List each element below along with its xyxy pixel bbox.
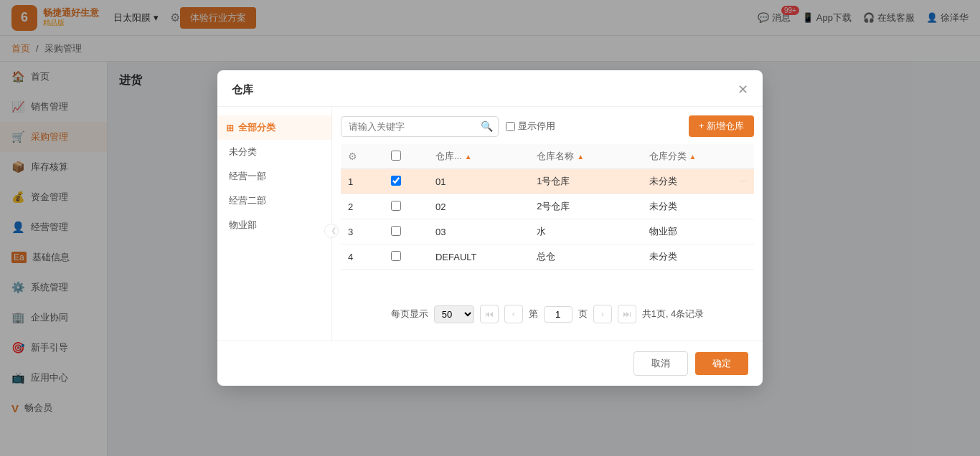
prev-page-btn[interactable]: ‹ [504,305,523,323]
table-row[interactable]: 4 DEFAULT 总仓 未分类 [341,244,754,270]
warehouse-modal: 仓库 ✕ ⊞ 全部分类 未分类 经营一部 经营二部 物业部 《 [217,70,763,386]
modal-close-btn[interactable]: ✕ [738,82,748,98]
first-page-btn[interactable]: ⏮ [480,305,499,323]
search-icon[interactable]: 🔍 [481,120,493,132]
row-checkbox[interactable] [384,169,428,194]
sort-icon-name: ▲ [577,153,584,161]
row-name: 总仓 [529,244,641,270]
per-page-select[interactable]: 102050100 [434,305,474,323]
category-all-label: 全部分类 [238,121,275,134]
show-disabled-check[interactable] [506,122,515,131]
category-panel: ⊞ 全部分类 未分类 经营一部 经营二部 物业部 《 [217,107,332,341]
next-page-btn[interactable]: › [593,305,612,323]
table-row[interactable]: 3 03 水 物业部 [341,219,754,244]
search-wrap: 🔍 [341,116,499,137]
category-collapse-btn[interactable]: 《 [324,224,339,238]
table-row[interactable]: 2 02 2号仓库 未分类 [341,194,754,219]
row-num: 3 [341,219,384,244]
add-warehouse-btn[interactable]: + 新增仓库 [689,115,754,137]
last-page-btn[interactable]: ⏭ [618,305,636,323]
sort-icon-category: ▲ [689,153,697,161]
col-gear: ⚙ [341,144,384,169]
col-code-label: 仓库... [435,150,462,163]
row-num: 1 [341,169,384,194]
category-item-1[interactable]: 经营一部 [217,164,331,189]
select-all-checkbox[interactable] [391,151,401,161]
category-item-label-3: 物业部 [229,219,257,230]
row-code: 01 [428,169,529,194]
row-checkbox[interactable] [384,244,428,270]
row-code: 02 [428,194,529,219]
page-total: 共1页, 4条记录 [642,308,705,320]
row-num: 4 [341,244,384,270]
col-category: 仓库分类 ▲ [642,144,754,169]
row-checkbox[interactable] [384,194,428,219]
show-disabled-checkbox[interactable]: 显示停用 [506,120,555,133]
row-category: 未分类 [642,194,754,219]
row-code: DEFAULT [428,244,529,270]
show-disabled-label-text: 显示停用 [518,120,555,133]
row-category: 未分类 [642,244,754,270]
category-item-3[interactable]: 物业部 [217,213,331,237]
page-suffix: 页 [578,308,588,320]
modal-header: 仓库 ✕ [217,70,763,107]
category-item-label-1: 经营一部 [229,171,266,181]
per-page-label: 每页显示 [391,308,428,320]
table-row[interactable]: 1 01 1号仓库 未分类 ··· [341,169,754,194]
pagination-bar: 每页显示 102050100 ⏮ ‹ 第 页 › ⏭ 共1页, 4条记录 [341,296,754,332]
category-item-2[interactable]: 经营二部 [217,189,331,213]
modal-footer: 取消 确定 [217,341,763,386]
search-input[interactable] [341,116,499,137]
category-item-0[interactable]: 未分类 [217,140,331,164]
row-code: 03 [428,219,529,244]
sort-icon-code: ▲ [465,153,472,161]
confirm-btn[interactable]: 确定 [695,352,748,375]
row-category: 未分类 ··· [642,169,754,194]
category-item-label-2: 经营二部 [229,195,266,206]
modal-body: ⊞ 全部分类 未分类 经营一部 经营二部 物业部 《 🔍 [217,107,763,341]
row-name: 2号仓库 [529,194,641,219]
cancel-btn[interactable]: 取消 [633,351,688,376]
row-name: 水 [529,219,641,244]
warehouse-table: ⚙ 仓库... ▲ 仓库名称 ▲ [341,144,754,270]
col-name-label: 仓库名称 [537,150,574,163]
grid-icon: ⊞ [226,123,234,133]
page-input[interactable] [544,306,573,323]
col-category-label: 仓库分类 [649,150,687,163]
modal-title: 仓库 [232,83,253,97]
row-num: 2 [341,194,384,219]
table-toolbar: 🔍 显示停用 + 新增仓库 [341,115,754,137]
col-checkbox [384,144,428,169]
page-label: 第 [529,308,538,320]
col-name: 仓库名称 ▲ [529,144,641,169]
row-more-icon[interactable]: ··· [739,175,747,186]
table-gear-icon[interactable]: ⚙ [348,151,357,162]
category-item-label-0: 未分类 [229,146,257,157]
row-category: 物业部 [642,219,754,244]
category-all[interactable]: ⊞ 全部分类 [217,115,331,140]
row-checkbox[interactable] [384,219,428,244]
col-code: 仓库... ▲ [428,144,529,169]
row-name: 1号仓库 [529,169,641,194]
table-panel: 🔍 显示停用 + 新增仓库 ⚙ 仓库... ▲ [332,107,763,341]
